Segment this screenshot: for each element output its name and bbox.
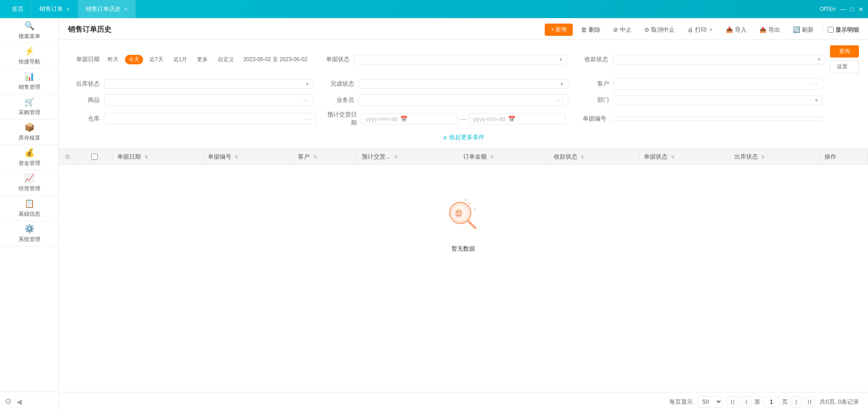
import-button[interactable]: 📥 导入 xyxy=(721,24,751,36)
sort-order-date-icon[interactable]: ⇅ xyxy=(144,155,148,160)
page-header: 销售订单历史 + 新增 🗑 删除 ⊘ 中止 ⊘ 取消中止 🖨 打印 xyxy=(59,18,868,40)
tab-sales-order-history[interactable]: 销售订单历史 ✕ xyxy=(78,0,135,18)
sidebar-item-sales-mgmt[interactable]: 📊 销售管理 xyxy=(0,69,58,94)
svg-text:✦: ✦ xyxy=(468,201,472,206)
sys-mgmt-icon: ⚙️ xyxy=(24,224,34,234)
page-size-select[interactable]: 50 20 100 xyxy=(697,396,723,407)
refresh-button[interactable]: 🔄 刷新 xyxy=(788,24,818,36)
date-filter-label: 单据日期 xyxy=(68,55,104,63)
expected-delivery-start[interactable]: yyyy-mm-dd 📅 xyxy=(361,113,458,125)
new-button[interactable]: + 新增 xyxy=(545,24,573,36)
page-title: 销售订单历史 xyxy=(68,25,111,34)
th-payment-status[interactable]: 收款状态 ⇅ xyxy=(549,149,639,165)
sidebar-item-sys-mgmt[interactable]: ⚙️ 系统管理 xyxy=(0,221,58,247)
sort-customer-icon[interactable]: ⇅ xyxy=(313,155,317,160)
table-header-row: ⚙ 单据日期 ⇅ 单据编号 ⇅ xyxy=(59,149,868,165)
th-order-status[interactable]: 单据状态 ⇅ xyxy=(639,149,730,165)
query-button[interactable]: 查询 xyxy=(830,45,859,58)
collapse-bar[interactable]: ∧ 收起更多条件 xyxy=(68,131,859,143)
th-customer[interactable]: 客户 ⇅ xyxy=(293,149,357,165)
delivery-status-label: 出库状态 xyxy=(68,80,104,88)
sidebar-item-search-menu[interactable]: 🔍 搜索菜单 xyxy=(0,18,58,44)
close-sales-order-icon[interactable]: ✕ xyxy=(66,6,70,12)
department-dropdown[interactable]: ▼ xyxy=(614,96,823,105)
sidebar-collapse-icon[interactable]: ◀ xyxy=(16,397,22,406)
payment-status-dropdown[interactable]: ▼ xyxy=(613,55,825,64)
goods-input[interactable]: ··· xyxy=(104,94,313,106)
delete-label: 删除 xyxy=(589,26,600,34)
table-header: ⚙ 单据日期 ⇅ 单据编号 ⇅ xyxy=(59,149,868,165)
tab-home[interactable]: 首页 xyxy=(5,0,31,18)
order-number-input[interactable] xyxy=(611,116,823,121)
sidebar-settings-icon[interactable]: ⚙ xyxy=(5,396,12,406)
calendar-start-icon: 📅 xyxy=(400,116,408,122)
cancel-stop-button[interactable]: ⊘ 取消中止 xyxy=(640,24,679,36)
th-order-amount[interactable]: 订单金额 ⇅ xyxy=(459,149,549,165)
date-chip-last30[interactable]: 近1月 xyxy=(170,55,191,64)
select-all-checkbox[interactable] xyxy=(91,154,98,160)
table-settings-icon[interactable]: ⚙ xyxy=(65,153,71,160)
stop-icon: ⊘ xyxy=(613,26,618,33)
close-window-icon[interactable]: ✕ xyxy=(858,6,863,13)
first-page-button[interactable]: ⟨⟨ xyxy=(727,396,738,407)
th-checkbox[interactable] xyxy=(77,149,113,165)
sidebar-item-inventory[interactable]: 📦 库存核算 xyxy=(0,120,58,145)
warehouse-input[interactable]: ··· xyxy=(104,113,316,125)
customer-input[interactable]: ··· xyxy=(614,78,823,90)
stop-button[interactable]: ⊘ 中止 xyxy=(609,24,636,36)
minimize-icon[interactable]: — xyxy=(840,6,846,13)
date-chip-last7[interactable]: 近7天 xyxy=(146,55,167,64)
empty-text: 暂无数据 xyxy=(451,245,475,253)
print-button[interactable]: 🖨 打印 ▼ xyxy=(683,24,718,36)
delivery-status-arrow-icon: ▼ xyxy=(305,82,309,87)
delete-icon: 🗑 xyxy=(581,26,587,33)
sort-order-no-icon[interactable]: ⇅ xyxy=(235,155,238,160)
sidebar-item-finance[interactable]: 💰 资金管理 xyxy=(0,145,58,170)
completion-status-dropdown[interactable]: ▼ xyxy=(359,79,568,89)
base-info-icon: 📋 xyxy=(24,198,34,208)
sort-order-status-icon[interactable]: ⇅ xyxy=(671,155,675,160)
sidebar-item-operations[interactable]: 📈 经营管理 xyxy=(0,170,58,196)
page-input[interactable] xyxy=(763,396,779,407)
sidebar-purchase-mgmt-label: 采购管理 xyxy=(19,109,40,116)
prev-page-button[interactable]: ⟨ xyxy=(741,396,752,407)
table-area: ⚙ 单据日期 ⇅ 单据编号 ⇅ xyxy=(59,149,868,392)
salesperson-input[interactable]: ··· xyxy=(359,94,568,106)
th-order-no[interactable]: 单据编号 ⇅ xyxy=(203,149,293,165)
expected-delivery-start-placeholder: yyyy-mm-dd xyxy=(365,116,398,122)
next-page-button[interactable]: ⟩ xyxy=(791,396,801,407)
sort-payment-status-icon[interactable]: ⇅ xyxy=(580,155,584,160)
tab-sales-order[interactable]: 销售订单 ✕ xyxy=(32,0,77,18)
delivery-status-dropdown[interactable]: ▼ xyxy=(104,79,313,89)
th-order-date[interactable]: 单据日期 ⇅ xyxy=(113,149,203,165)
th-expected-delivery[interactable]: 预计交货... ⇅ xyxy=(357,149,459,165)
date-chip-custom[interactable]: 自定义 xyxy=(214,55,238,64)
th-order-amount-label: 订单金额 xyxy=(463,153,487,160)
tab-sales-order-history-label: 销售订单历史 xyxy=(86,5,121,13)
th-delivery-status[interactable]: 出库状态 ⇅ xyxy=(729,149,820,165)
often-text: OfTEn xyxy=(820,6,835,12)
export-button[interactable]: 📤 导出 xyxy=(755,24,785,36)
last-page-button[interactable]: ⟩⟩ xyxy=(804,396,815,407)
show-detail-checkbox-wrapper[interactable]: 显示明细 xyxy=(828,26,859,34)
sort-expected-delivery-icon[interactable]: ⇅ xyxy=(394,155,398,160)
sort-order-amount-icon[interactable]: ⇅ xyxy=(490,155,494,160)
sidebar-item-base-info[interactable]: 📋 基础信息 xyxy=(0,196,58,221)
date-chip-more[interactable]: 更多 xyxy=(193,55,211,64)
expected-delivery-end[interactable]: yyyy-mm-dd 📅 xyxy=(469,113,566,125)
date-chip-yesterday[interactable]: 昨天 xyxy=(104,55,122,64)
sidebar-item-purchase-mgmt[interactable]: 🛒 采购管理 xyxy=(0,94,58,120)
show-detail-checkbox[interactable] xyxy=(828,27,834,33)
expected-delivery-label: 预计交货日期 xyxy=(325,111,361,127)
th-settings[interactable]: ⚙ xyxy=(59,149,77,165)
delete-button[interactable]: 🗑 删除 xyxy=(576,24,605,36)
sort-delivery-status-icon[interactable]: ⇅ xyxy=(761,155,765,160)
page-label-after: 页 xyxy=(782,398,788,406)
sidebar-item-quick-nav[interactable]: ⚡ 快捷导航 xyxy=(0,44,58,69)
close-sales-order-history-icon[interactable]: ✕ xyxy=(124,6,128,12)
date-chip-today[interactable]: 今天 xyxy=(125,55,143,64)
settings-button[interactable]: 设置 xyxy=(830,60,859,73)
order-status-dropdown[interactable]: ▼ xyxy=(354,55,567,64)
page-size-label: 每页显示 xyxy=(669,398,693,406)
maximize-icon[interactable]: □ xyxy=(850,6,854,13)
